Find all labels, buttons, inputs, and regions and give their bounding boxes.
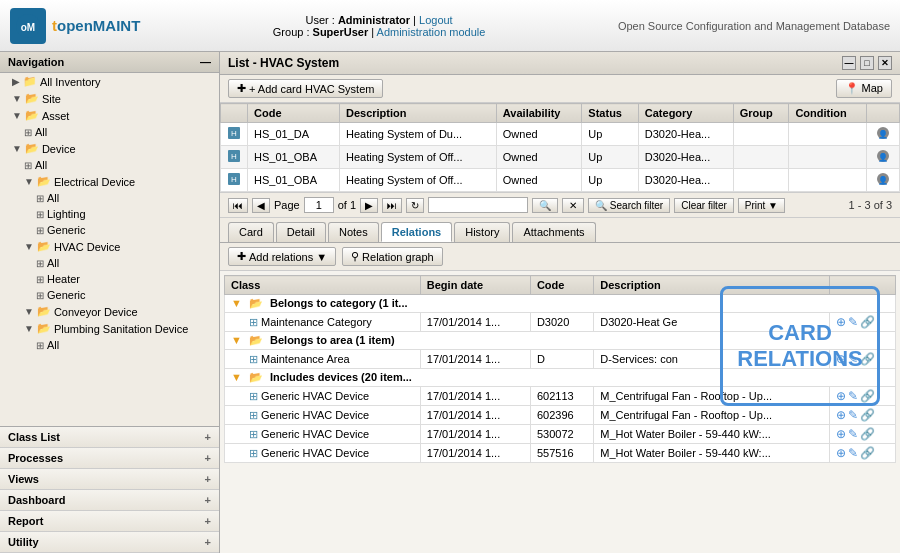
- refresh-button[interactable]: ↻: [406, 198, 424, 213]
- add-card-button[interactable]: ✚ + Add card HVAC System: [228, 79, 383, 98]
- rel-delete-icon[interactable]: 🔗: [860, 427, 875, 441]
- rel-col-begin-date[interactable]: Begin date: [420, 276, 530, 295]
- rel-actions: ⊕ ✎ 🔗: [829, 425, 895, 444]
- rel-edit-icon[interactable]: ✎: [848, 315, 858, 329]
- sidebar-item-elec-generic[interactable]: ⊞ Generic: [0, 222, 219, 238]
- rel-delete-icon[interactable]: 🔗: [860, 315, 875, 329]
- table-row[interactable]: H HS_01_OBA Heating System of Off... Own…: [221, 146, 900, 169]
- nav-utility[interactable]: Utility +: [0, 532, 219, 553]
- first-page-button[interactable]: ⏮: [228, 198, 248, 213]
- sidebar-item-plumbing[interactable]: ▼ 📂 Plumbing Sanitation Device: [0, 320, 219, 337]
- minimize-button[interactable]: —: [842, 56, 856, 70]
- sidebar-item-plumbing-all[interactable]: ⊞ All: [0, 337, 219, 353]
- rel-delete-icon[interactable]: 🔗: [860, 446, 875, 460]
- restore-button[interactable]: □: [860, 56, 874, 70]
- sidebar-item-electrical-device[interactable]: ▼ 📂 Electrical Device: [0, 173, 219, 190]
- rel-col-code[interactable]: Code: [530, 276, 593, 295]
- close-button[interactable]: ✕: [878, 56, 892, 70]
- col-header-desc[interactable]: Description: [339, 104, 496, 123]
- sidebar-item-hvac-generic[interactable]: ⊞ Generic: [0, 287, 219, 303]
- row-action-icon[interactable]: 👤: [867, 146, 900, 169]
- nav-processes[interactable]: Processes +: [0, 448, 219, 469]
- sidebar-item-lighting[interactable]: ⊞ Lighting: [0, 206, 219, 222]
- relations-body: ▼ 📂 Belongs to category (1 it... ⊞Mainte…: [225, 295, 896, 463]
- nav-views[interactable]: Views +: [0, 469, 219, 490]
- sidebar-item-all-inventory[interactable]: ▶ 📁 All Inventory: [0, 73, 219, 90]
- relation-group-row[interactable]: ▼ 📂 Belongs to category (1 it...: [225, 295, 896, 313]
- tab-attachments[interactable]: Attachments: [512, 222, 595, 242]
- row-action-icon[interactable]: 👤: [867, 169, 900, 192]
- rel-link-icon[interactable]: ⊕: [836, 408, 846, 422]
- table-row[interactable]: H HS_01_OBA Heating System of Off... Own…: [221, 169, 900, 192]
- logout-link[interactable]: Logout: [419, 14, 453, 26]
- relation-graph-button[interactable]: ⚲ Relation graph: [342, 247, 443, 266]
- rel-link-icon[interactable]: ⊕: [836, 315, 846, 329]
- rel-delete-icon[interactable]: 🔗: [860, 408, 875, 422]
- search-icon-button[interactable]: 🔍: [532, 198, 558, 213]
- sidebar-item-device[interactable]: ▼ 📂 Device: [0, 140, 219, 157]
- relation-row[interactable]: ⊞Maintenance Area 17/01/2014 1... D D-Se…: [225, 350, 896, 369]
- rel-delete-icon[interactable]: 🔗: [860, 352, 875, 366]
- rel-delete-icon[interactable]: 🔗: [860, 389, 875, 403]
- sidebar-item-hvac-device[interactable]: ▼ 📂 HVAC Device: [0, 238, 219, 255]
- add-icon: ✚: [237, 82, 246, 95]
- rel-col-class[interactable]: Class: [225, 276, 421, 295]
- nav-dashboard-label: Dashboard: [8, 494, 65, 506]
- row-action-icon[interactable]: 👤: [867, 123, 900, 146]
- tab-history[interactable]: History: [454, 222, 510, 242]
- sidebar-item-elec-all[interactable]: ⊞ All: [0, 190, 219, 206]
- col-header-code[interactable]: Code: [248, 104, 340, 123]
- relation-row[interactable]: ⊞Generic HVAC Device 17/01/2014 1... 530…: [225, 425, 896, 444]
- sidebar-item-heater[interactable]: ⊞ Heater: [0, 271, 219, 287]
- col-header-group[interactable]: Group: [733, 104, 789, 123]
- nav-report[interactable]: Report +: [0, 511, 219, 532]
- rel-edit-icon[interactable]: ✎: [848, 352, 858, 366]
- col-header-cat[interactable]: Category: [638, 104, 733, 123]
- relation-row[interactable]: ⊞Generic HVAC Device 17/01/2014 1... 602…: [225, 406, 896, 425]
- tab-notes[interactable]: Notes: [328, 222, 379, 242]
- page-number-input[interactable]: [304, 197, 334, 213]
- add-relations-button[interactable]: ✚ Add relations ▼: [228, 247, 336, 266]
- relation-row[interactable]: ⊞Generic HVAC Device 17/01/2014 1... 602…: [225, 387, 896, 406]
- sidebar-item-device-all[interactable]: ⊞ All: [0, 157, 219, 173]
- search-filter-button[interactable]: 🔍 Search filter: [588, 198, 670, 213]
- sidebar-item-asset-all[interactable]: ⊞ All: [0, 124, 219, 140]
- rel-link-icon[interactable]: ⊕: [836, 352, 846, 366]
- next-page-button[interactable]: ▶: [360, 198, 378, 213]
- relation-row[interactable]: ⊞Generic HVAC Device 17/01/2014 1... 557…: [225, 444, 896, 463]
- rel-edit-icon[interactable]: ✎: [848, 408, 858, 422]
- admin-link[interactable]: Administration module: [377, 26, 486, 38]
- tab-relations[interactable]: Relations: [381, 222, 453, 242]
- rel-link-icon[interactable]: ⊕: [836, 427, 846, 441]
- nav-dashboard[interactable]: Dashboard +: [0, 490, 219, 511]
- print-button[interactable]: Print ▼: [738, 198, 785, 213]
- rel-col-desc[interactable]: Description: [594, 276, 829, 295]
- table-row[interactable]: H HS_01_DA Heating System of Du... Owned…: [221, 123, 900, 146]
- sidebar-item-asset[interactable]: ▼ 📂 Asset: [0, 107, 219, 124]
- sidebar-item-conveyor[interactable]: ▼ 📂 Conveyor Device: [0, 303, 219, 320]
- col-header-cond[interactable]: Condition: [789, 104, 867, 123]
- rel-edit-icon[interactable]: ✎: [848, 446, 858, 460]
- col-header-avail[interactable]: Availability: [496, 104, 582, 123]
- sidebar-minimize[interactable]: —: [200, 56, 211, 68]
- map-button[interactable]: 📍 Map: [836, 79, 892, 98]
- clear-search-button[interactable]: ✕: [562, 198, 584, 213]
- last-page-button[interactable]: ⏭: [382, 198, 402, 213]
- relation-row[interactable]: ⊞Maintenance Category 17/01/2014 1... D3…: [225, 313, 896, 332]
- tab-card[interactable]: Card: [228, 222, 274, 242]
- rel-edit-icon[interactable]: ✎: [848, 389, 858, 403]
- rel-edit-icon[interactable]: ✎: [848, 427, 858, 441]
- rel-link-icon[interactable]: ⊕: [836, 446, 846, 460]
- row-group: [733, 146, 789, 169]
- relation-group-row[interactable]: ▼ 📂 Includes devices (20 item...: [225, 369, 896, 387]
- sidebar-item-hvac-all[interactable]: ⊞ All: [0, 255, 219, 271]
- rel-link-icon[interactable]: ⊕: [836, 389, 846, 403]
- clear-filter-button[interactable]: Clear filter: [674, 198, 734, 213]
- tab-detail[interactable]: Detail: [276, 222, 326, 242]
- nav-class-list[interactable]: Class List +: [0, 427, 219, 448]
- col-header-status[interactable]: Status: [582, 104, 638, 123]
- sidebar-item-site[interactable]: ▼ 📂 Site: [0, 90, 219, 107]
- search-input[interactable]: [428, 197, 528, 213]
- prev-page-button[interactable]: ◀: [252, 198, 270, 213]
- relation-group-row[interactable]: ▼ 📂 Belongs to area (1 item): [225, 332, 896, 350]
